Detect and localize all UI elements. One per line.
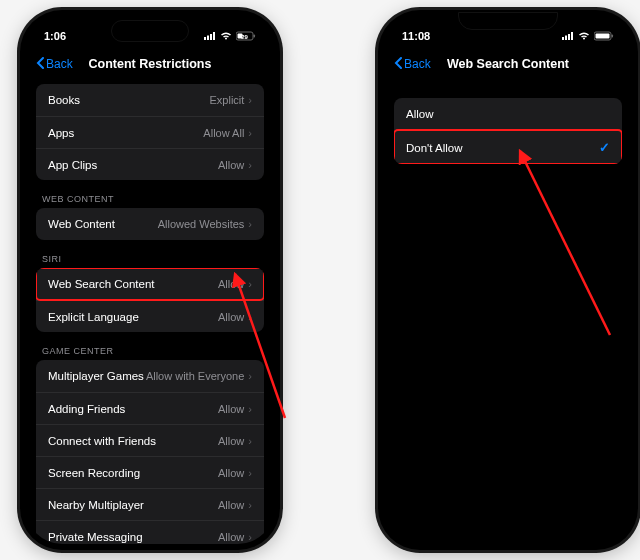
section-header-game: GAME CENTER [26, 332, 274, 360]
row-private-messaging[interactable]: Private MessagingAllow› [36, 520, 264, 544]
battery-icon: 29 [236, 31, 256, 41]
group-web: Web ContentAllowed Websites› [36, 208, 264, 240]
phone-right: 11:08 Back Web Search Content Allow Don'… [378, 10, 638, 550]
chevron-left-icon [36, 57, 44, 72]
chevron-left-icon [394, 57, 402, 72]
row-multiplayer-games[interactable]: Multiplayer GamesAllow with Everyone› [36, 360, 264, 392]
svg-rect-14 [612, 35, 614, 38]
group-options: Allow Don't Allow ✓ [394, 98, 622, 164]
group-top: BooksExplicit› AppsAllow All› App ClipsA… [36, 84, 264, 180]
status-time: 1:06 [44, 30, 66, 42]
chevron-right-icon: › [248, 278, 252, 290]
row-screen-recording[interactable]: Screen RecordingAllow› [36, 456, 264, 488]
chevron-right-icon: › [248, 218, 252, 230]
row-apps[interactable]: AppsAllow All› [36, 116, 264, 148]
chevron-right-icon: › [248, 403, 252, 415]
chevron-right-icon: › [248, 435, 252, 447]
screen-right: 11:08 Back Web Search Content Allow Don'… [384, 16, 632, 544]
svg-rect-8 [562, 37, 564, 40]
section-header-web: WEB CONTENT [26, 180, 274, 208]
screen-left: 1:06 29 Back Content Restrictions BooksE… [26, 16, 274, 544]
row-web-content[interactable]: Web ContentAllowed Websites› [36, 208, 264, 240]
chevron-right-icon: › [248, 467, 252, 479]
back-button[interactable]: Back [394, 57, 431, 72]
row-adding-friends[interactable]: Adding FriendsAllow› [36, 392, 264, 424]
group-game: Multiplayer GamesAllow with Everyone› Ad… [36, 360, 264, 544]
content-area[interactable]: BooksExplicit› AppsAllow All› App ClipsA… [26, 80, 274, 544]
dynamic-island [111, 20, 189, 42]
battery-icon [594, 31, 614, 41]
svg-rect-11 [571, 32, 573, 40]
chevron-right-icon: › [248, 370, 252, 382]
option-allow[interactable]: Allow [394, 98, 622, 130]
back-button[interactable]: Back [36, 57, 73, 72]
svg-rect-9 [565, 36, 567, 41]
status-indicators: 29 [204, 31, 256, 41]
checkmark-icon: ✓ [599, 140, 610, 155]
svg-rect-10 [568, 34, 570, 40]
back-label: Back [404, 57, 431, 71]
svg-rect-13 [596, 34, 610, 39]
row-nearby-multiplayer[interactable]: Nearby MultiplayerAllow› [36, 488, 264, 520]
nav-bar: Back Web Search Content [384, 48, 632, 80]
back-label: Back [46, 57, 73, 71]
option-dont-allow[interactable]: Don't Allow ✓ [394, 130, 622, 164]
phone-left: 1:06 29 Back Content Restrictions BooksE… [20, 10, 280, 550]
chevron-right-icon: › [248, 127, 252, 139]
svg-rect-6 [254, 35, 256, 38]
cellular-icon [562, 32, 574, 40]
notch [458, 12, 558, 30]
chevron-right-icon: › [248, 531, 252, 543]
page-title: Content Restrictions [89, 57, 212, 71]
row-app-clips[interactable]: App ClipsAllow› [36, 148, 264, 180]
row-explicit-language[interactable]: Explicit LanguageAllow› [36, 300, 264, 332]
page-title: Web Search Content [447, 57, 569, 71]
row-connect-friends[interactable]: Connect with FriendsAllow› [36, 424, 264, 456]
content-area[interactable]: Allow Don't Allow ✓ [384, 80, 632, 544]
chevron-right-icon: › [248, 499, 252, 511]
group-siri: Web Search ContentAllow› Explicit Langua… [36, 268, 264, 332]
wifi-icon [220, 32, 232, 40]
wifi-icon [578, 32, 590, 40]
svg-rect-3 [213, 32, 215, 40]
status-time: 11:08 [402, 30, 430, 42]
section-header-siri: SIRI [26, 240, 274, 268]
row-web-search-content[interactable]: Web Search ContentAllow› [36, 268, 264, 300]
nav-bar: Back Content Restrictions [26, 48, 274, 80]
svg-text:29: 29 [241, 34, 248, 40]
chevron-right-icon: › [248, 159, 252, 171]
cellular-icon [204, 32, 216, 40]
svg-rect-1 [207, 36, 209, 41]
svg-rect-2 [210, 34, 212, 40]
status-indicators [562, 31, 614, 41]
svg-rect-0 [204, 37, 206, 40]
row-books[interactable]: BooksExplicit› [36, 84, 264, 116]
chevron-right-icon: › [248, 94, 252, 106]
chevron-right-icon: › [248, 311, 252, 323]
